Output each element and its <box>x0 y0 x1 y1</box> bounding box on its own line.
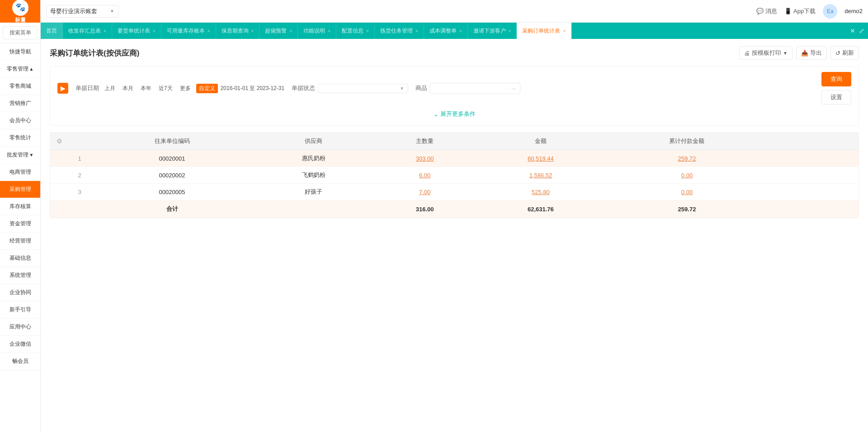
query-button[interactable]: 查询 <box>821 72 851 86</box>
tab-label: 可用量库存账本 <box>167 27 205 35</box>
tab-label: 邀请下游客户 <box>473 27 506 35</box>
sidebar-search-area: 搜索英单 <box>0 23 40 43</box>
workspace-selector[interactable]: 母婴行业演示账套 ▼ <box>46 5 118 18</box>
app-download-label: App下载 <box>793 7 816 15</box>
sidebar-item-enterprise[interactable]: 企业协同 <box>0 284 40 301</box>
search-menu-button[interactable]: 搜索英单 <box>3 26 38 39</box>
row-qty[interactable]: 6.00 <box>374 167 475 184</box>
shortcut-this-year[interactable]: 本年 <box>138 84 154 93</box>
col-settings[interactable]: ⚙ <box>50 133 68 150</box>
sidebar-item-retail-stats[interactable]: 零售统计 <box>0 129 40 147</box>
sidebar-item-label: 营销推广 <box>9 100 31 107</box>
row-amount[interactable]: 60,519.44 <box>476 150 606 167</box>
tab-label: 收发存汇总表 <box>68 27 101 35</box>
row-paid[interactable]: 0.00 <box>606 167 768 184</box>
footer-label: 合计 <box>91 200 253 218</box>
filter-toggle-button[interactable]: ▶ <box>57 83 68 94</box>
shortcut-this-month[interactable]: 本月 <box>120 84 136 93</box>
message-button[interactable]: 💬 消息 <box>756 7 777 15</box>
close-icon[interactable]: × <box>104 29 106 33</box>
close-icon[interactable]: × <box>251 29 254 33</box>
sidebar-item-vip[interactable]: 畅会员 <box>0 353 40 370</box>
row-qty[interactable]: 7.00 <box>374 184 475 200</box>
sidebar-item-member[interactable]: 会员中心 <box>0 112 40 129</box>
filter-area: ▶ 单据日期 上月 本月 本年 近7天 更多 自定义 2016-01-01 至 … <box>50 66 859 126</box>
sidebar-item-basic[interactable]: 基础信息 <box>0 250 40 267</box>
sidebar-item-label: 快捷导航 <box>9 48 31 56</box>
page-content: 采购订单统计表(按供应商) 🖨 按模板打印 ▼ 📥 导出 ↺ 刷新 <box>41 39 868 433</box>
sidebar-item-purchase[interactable]: 采购管理 <box>0 181 40 198</box>
row-amount[interactable]: 525.80 <box>476 184 606 200</box>
maximize-button[interactable]: ⤢ <box>859 27 864 34</box>
goods-select[interactable]: ··· <box>430 83 520 94</box>
close-icon[interactable]: × <box>208 29 210 33</box>
row-paid[interactable]: 0.00 <box>606 184 768 200</box>
tab-peizhi[interactable]: 配置信息 × <box>336 23 375 39</box>
close-icon[interactable]: × <box>509 29 511 33</box>
sidebar-item-system[interactable]: 系统管理 <box>0 267 40 284</box>
date-range-display: 2016-01-01 至 2023-12-31 <box>221 85 284 92</box>
sidebar-item-label: 经营管理 <box>9 237 31 245</box>
sidebar-item-appcenter[interactable]: 应用中心 <box>0 319 40 336</box>
row-paid[interactable]: 259.72 <box>606 150 768 167</box>
custom-date-badge[interactable]: 自定义 <box>196 84 218 93</box>
tab-baozhiqi[interactable]: 保质期查询 × <box>216 23 260 39</box>
close-icon[interactable]: × <box>563 29 566 33</box>
close-icon[interactable]: × <box>366 29 369 33</box>
print-button[interactable]: 🖨 按模板打印 ▼ <box>739 46 793 60</box>
logo-icon: 🐾 <box>12 0 28 16</box>
tab-label: 超储预警 <box>265 27 287 35</box>
sidebar-item-label: 新手引导 <box>9 306 31 314</box>
close-tab-button[interactable]: ✕ <box>850 27 855 34</box>
tab-keyongliang[interactable]: 可用量库存账本 × <box>161 23 216 39</box>
tab-home[interactable]: 首页 <box>41 23 63 39</box>
sidebar-item-marketing[interactable]: 营销推广 <box>0 95 40 112</box>
sidebar-item-retail-shop[interactable]: 零售商城 <box>0 78 40 95</box>
sidebar-item-wholesale[interactable]: 批发管理 ▼ <box>0 147 40 164</box>
close-icon[interactable]: × <box>153 29 156 33</box>
tab-label: 拣货任务管理 <box>380 27 413 35</box>
sidebar-item-operations[interactable]: 经营管理 <box>0 233 40 250</box>
shortcut-more[interactable]: 更多 <box>177 84 193 93</box>
tab-yaoqing[interactable]: 邀请下游客户 × <box>468 23 517 39</box>
sidebar-item-label: 畅会员 <box>12 357 28 365</box>
sidebar-item-quicknav[interactable]: 快捷导航 <box>0 43 40 61</box>
sidebar-item-ecommerce[interactable]: 电商管理 <box>0 164 40 181</box>
tab-shoufayuihui[interactable]: 收发存汇总表 × <box>63 23 112 39</box>
tab-peihuorenwu[interactable]: 拣货任务管理 × <box>375 23 424 39</box>
tab-caigou[interactable]: 采购订单统计表 × <box>517 23 571 39</box>
shortcut-last-month[interactable]: 上月 <box>102 84 118 93</box>
settings-button[interactable]: 设置 <box>821 90 851 105</box>
purchase-stats-table: ⚙ 往来单位编码 供应商 主数量 金额 累计付款金额 <box>50 133 859 218</box>
row-amount[interactable]: 1,586.52 <box>476 167 606 184</box>
printer-icon: 🖨 <box>744 50 750 57</box>
tab-label: 功能说明 <box>303 27 325 35</box>
sidebar-item-retail[interactable]: 零售管理 ▲ <box>0 61 40 78</box>
export-button[interactable]: 📥 导出 <box>796 46 827 60</box>
user-avatar[interactable]: Ea <box>823 4 837 19</box>
shortcut-7days[interactable]: 近7天 <box>156 84 175 93</box>
close-icon[interactable]: × <box>289 29 292 33</box>
expand-more-button[interactable]: ⌄ 展开更多条件 <box>434 108 476 120</box>
close-icon[interactable]: × <box>415 29 418 33</box>
close-icon[interactable]: × <box>328 29 330 33</box>
app-download-button[interactable]: 📱 App下载 <box>784 7 816 15</box>
sidebar-item-label: 零售管理 <box>7 65 28 73</box>
row-qty[interactable]: 303.00 <box>374 150 475 167</box>
sidebar-item-inventory[interactable]: 库存核算 <box>0 198 40 215</box>
sidebar-item-newbie[interactable]: 新手引导 <box>0 301 40 319</box>
close-icon[interactable]: × <box>459 29 462 33</box>
status-select[interactable]: ▼ <box>318 84 408 93</box>
settings-icon[interactable]: ⚙ <box>57 138 62 145</box>
refresh-button[interactable]: ↺ 刷新 <box>830 46 859 60</box>
tab-yaohuo[interactable]: 要货单统计表 × <box>112 23 161 39</box>
sidebar-item-finance[interactable]: 资金管理 <box>0 215 40 233</box>
col-amount: 金额 <box>476 133 606 150</box>
tab-chaochuyujing[interactable]: 超储预警 × <box>259 23 298 39</box>
sidebar-item-wechat[interactable]: 企业微信 <box>0 336 40 353</box>
app-logo: 🐾 标量 <box>0 0 40 23</box>
sidebar-item-label: 资金管理 <box>9 220 31 228</box>
print-label: 按模板打印 <box>752 49 781 57</box>
tab-gongngshuoming[interactable]: 功能说明 × <box>298 23 336 39</box>
tab-chenben[interactable]: 成本调整单 × <box>424 23 468 39</box>
